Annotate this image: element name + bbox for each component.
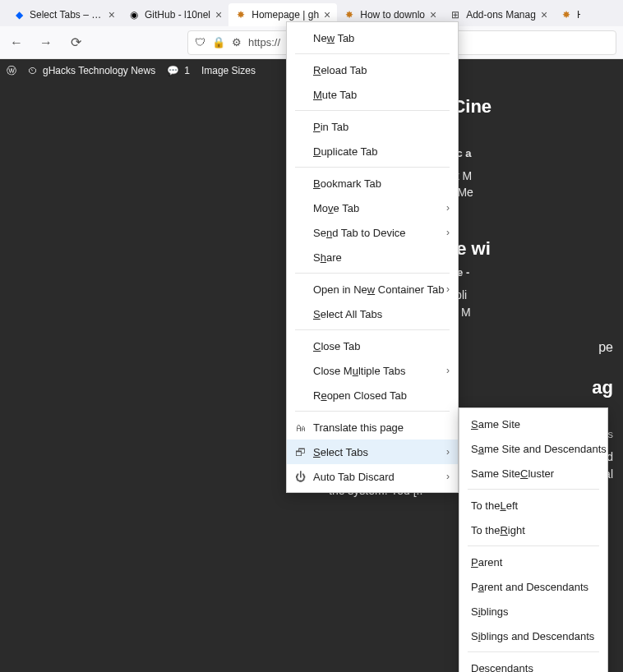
menu-translate[interactable]: 🗛Translate this page: [287, 415, 458, 440]
submenu-same-site-descendants[interactable]: Same Site and Descendants: [459, 436, 607, 461]
tab-label: Select Tabs – Ge: [30, 9, 104, 21]
menu-select-tabs[interactable]: 🗗Select Tabs›: [287, 440, 458, 464]
post-title-tail: ag: [592, 376, 613, 399]
tab-5[interactable]: ✸ He: [554, 3, 587, 26]
tab-0[interactable]: ◆ Select Tabs – Ge ×: [7, 3, 122, 26]
menu-open-container[interactable]: Open in New Container Tab›: [287, 277, 458, 301]
tab-context-menu: New Tab Reload Tab Mute Tab Pin Tab Dupl…: [286, 21, 459, 493]
menu-mute-tab[interactable]: Mute Tab: [287, 82, 458, 107]
menu-select-all-tabs[interactable]: Select All Tabs: [287, 301, 458, 326]
chevron-right-icon: ›: [446, 202, 450, 214]
chevron-right-icon: ›: [446, 365, 450, 376]
submenu-to-left[interactable]: To the Left: [459, 493, 607, 518]
comments-count: 1: [184, 65, 190, 76]
menu-move-tab[interactable]: Move Tab›: [287, 196, 458, 220]
menu-close-multiple[interactable]: Close Multiple Tabs›: [287, 358, 458, 383]
translate-icon: 🗛: [293, 421, 307, 434]
menu-separator: [468, 651, 599, 652]
menu-duplicate-tab[interactable]: Duplicate Tab: [287, 139, 458, 163]
menu-share[interactable]: Share: [287, 245, 458, 269]
menu-reload-tab[interactable]: Reload Tab: [287, 58, 458, 82]
menu-separator: [295, 329, 450, 330]
submenu-parent-descendants[interactable]: Parent and Descendants: [459, 574, 607, 599]
close-icon[interactable]: ×: [324, 8, 330, 21]
reload-button[interactable]: ⟳: [66, 33, 85, 53]
close-icon[interactable]: ×: [215, 8, 222, 21]
select-tabs-submenu: Same Site Same Site and Descendants Same…: [459, 407, 608, 672]
menu-close-tab[interactable]: Close Tab: [287, 334, 458, 358]
submenu-parent[interactable]: Parent: [459, 550, 607, 574]
chevron-right-icon: ›: [446, 446, 450, 458]
image-sizes-link[interactable]: Image Sizes: [201, 65, 256, 76]
dropbox-icon: ◆: [13, 9, 25, 21]
menu-separator: [468, 489, 599, 490]
submenu-to-right[interactable]: To the Right: [459, 518, 607, 542]
lock-icon[interactable]: 🔒: [212, 36, 225, 48]
puzzle-icon: ⊞: [450, 9, 461, 21]
submenu-same-site-cluster[interactable]: Same Site Cluster: [459, 461, 607, 486]
tab-label: Add-ons Manag: [466, 9, 536, 21]
back-button[interactable]: ←: [7, 33, 26, 53]
menu-reopen-closed[interactable]: Reopen Closed Tab: [287, 383, 458, 407]
power-icon: ⏻: [293, 470, 307, 483]
speech-icon: 💬: [167, 65, 179, 76]
menu-separator: [295, 110, 450, 111]
paw-icon: ✸: [344, 9, 355, 21]
site-link[interactable]: ⏲ gHacks Technology News: [28, 65, 155, 76]
github-icon: ◉: [128, 9, 140, 21]
menu-send-tab[interactable]: Send Tab to Device›: [287, 220, 458, 245]
submenu-descendants[interactable]: Descendants: [459, 656, 607, 672]
menu-separator: [295, 411, 450, 412]
comments-link[interactable]: 💬 1: [167, 65, 190, 76]
menu-bookmark-tab[interactable]: Bookmark Tab: [287, 171, 458, 196]
tab-label: He: [577, 9, 580, 21]
tab-label: How to downlo: [360, 9, 425, 21]
menu-separator: [295, 273, 450, 274]
submenu-siblings-descendants[interactable]: Siblings and Descendants: [459, 624, 607, 648]
gauge-icon: ⏲: [28, 65, 38, 76]
wordpress-icon[interactable]: ⓦ: [7, 64, 16, 78]
menu-new-tab[interactable]: New Tab: [287, 25, 458, 50]
chevron-right-icon: ›: [446, 471, 450, 482]
shield-icon[interactable]: 🛡: [195, 36, 205, 48]
menu-separator: [295, 167, 450, 168]
menu-separator: [468, 545, 599, 546]
submenu-siblings[interactable]: Siblings: [459, 599, 607, 624]
post-tail: pe: [598, 340, 613, 357]
menu-separator: [295, 53, 450, 54]
close-icon[interactable]: ×: [541, 8, 547, 21]
forward-button[interactable]: →: [36, 33, 56, 53]
tab-1[interactable]: ◉ GitHub - l10nel ×: [122, 3, 228, 26]
url-text: https://: [248, 36, 280, 48]
tab-label: GitHub - l10nel: [145, 9, 210, 21]
chevron-right-icon: ›: [446, 283, 450, 295]
site-link-label: gHacks Technology News: [43, 65, 155, 76]
close-icon[interactable]: ×: [108, 8, 115, 21]
submenu-same-site[interactable]: Same Site: [459, 412, 607, 436]
paw-icon: ✸: [235, 9, 247, 21]
menu-pin-tab[interactable]: Pin Tab: [287, 114, 458, 139]
stack-icon: 🗗: [293, 445, 307, 458]
chevron-right-icon: ›: [446, 227, 450, 238]
tab-4[interactable]: ⊞ Add-ons Manag ×: [443, 3, 554, 26]
tab-label: Homepage | gh: [252, 9, 319, 21]
close-icon[interactable]: ×: [430, 8, 436, 21]
menu-auto-discard[interactable]: ⏻Auto Tab Discard›: [287, 464, 458, 489]
permissions-icon[interactable]: ⚙: [232, 36, 242, 48]
paw-icon: ✸: [561, 9, 572, 21]
